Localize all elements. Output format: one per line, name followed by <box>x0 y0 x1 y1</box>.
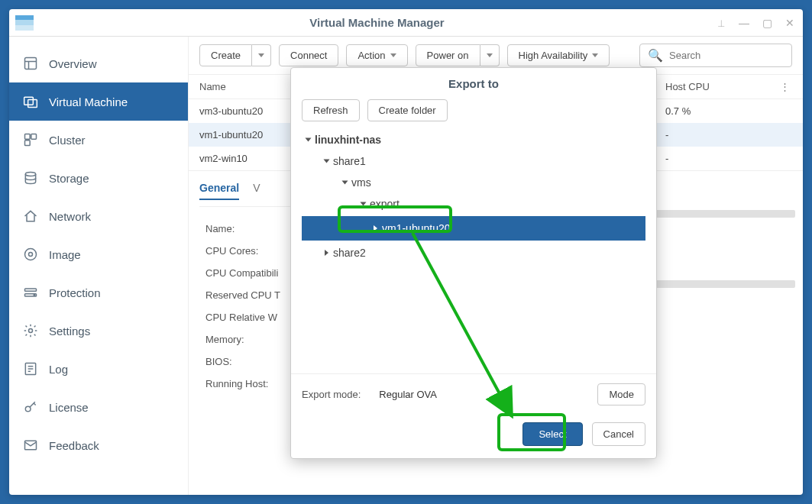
col-header-cpu[interactable]: Host CPU <box>665 81 777 92</box>
sidebar-item-license[interactable]: License <box>9 388 188 426</box>
svg-rect-6 <box>31 134 37 140</box>
sidebar-item-overview[interactable]: Overview <box>9 44 188 82</box>
svg-rect-4 <box>28 100 37 108</box>
vm-icon <box>23 94 38 109</box>
sidebar-item-protection[interactable]: Protection <box>9 273 188 312</box>
sidebar-item-network[interactable]: Network <box>9 197 188 235</box>
sidebar-item-image[interactable]: Image <box>9 235 188 273</box>
col-header-menu[interactable]: ⋮ <box>777 81 792 92</box>
cancel-button[interactable]: Cancel <box>592 422 645 446</box>
create-dropdown[interactable] <box>252 44 271 66</box>
minimize-icon[interactable]: — <box>737 17 751 29</box>
modal-title: Export to <box>291 68 656 99</box>
chevron-down-icon <box>306 138 312 142</box>
tree-label: vm1-ubuntu20 <box>382 222 451 234</box>
tree-label: share2 <box>333 247 366 259</box>
sidebar-item-virtual-machine[interactable]: Virtual Machine <box>9 82 188 121</box>
sidebar-item-label: License <box>49 401 89 414</box>
svg-point-14 <box>29 329 33 333</box>
gear-icon <box>23 323 38 338</box>
cell-cpu: 0.7 % <box>665 105 777 117</box>
mail-icon <box>23 438 38 453</box>
close-icon[interactable]: ✕ <box>783 17 797 29</box>
tab-general[interactable]: General <box>199 182 239 200</box>
storage-icon <box>23 170 38 186</box>
search-box[interactable]: 🔍 <box>639 44 792 67</box>
sidebar-item-label: Virtual Machine <box>49 95 128 108</box>
chevron-right-icon <box>374 225 377 231</box>
tree-label: share1 <box>333 155 366 167</box>
create-button[interactable]: Create <box>199 44 252 66</box>
select-button[interactable]: Select <box>522 422 582 446</box>
log-icon <box>23 361 38 376</box>
svg-point-19 <box>25 406 31 412</box>
power-on-dropdown[interactable] <box>480 44 500 66</box>
button-label: Action <box>357 50 385 61</box>
search-icon: 🔍 <box>648 48 663 63</box>
caret-down-icon <box>592 53 598 57</box>
connect-button[interactable]: Connect <box>279 44 338 66</box>
create-button-group: Create <box>199 44 271 66</box>
titlebar: Virtual Machine Manager ⟂ — ▢ ✕ <box>9 9 803 37</box>
chevron-right-icon <box>325 250 328 256</box>
power-on-button-group: Power on <box>416 44 500 66</box>
svg-point-10 <box>29 253 33 257</box>
svg-rect-11 <box>25 289 37 291</box>
sidebar-item-label: Log <box>49 363 68 376</box>
sidebar-item-label: Image <box>49 248 81 261</box>
sidebar-item-label: Feedback <box>49 439 99 452</box>
tree-node-vms[interactable]: vms <box>302 172 645 193</box>
folder-tree: linuxhint-nas share1 vms export vm1-ubun… <box>291 129 656 373</box>
window-title: Virtual Machine Manager <box>40 16 714 29</box>
protection-icon <box>23 285 38 300</box>
power-on-button[interactable]: Power on <box>416 44 480 66</box>
sidebar-item-log[interactable]: Log <box>9 350 188 388</box>
sidebar-item-label: Storage <box>49 172 89 185</box>
tree-label: linuxhint-nas <box>315 134 381 146</box>
sidebar-item-label: Network <box>49 210 91 223</box>
sidebar-item-settings[interactable]: Settings <box>9 312 188 350</box>
image-icon <box>23 247 38 262</box>
create-folder-button[interactable]: Create folder <box>367 99 448 121</box>
network-icon <box>23 208 38 224</box>
tab-other[interactable]: V <box>253 182 260 200</box>
svg-rect-7 <box>25 141 31 146</box>
high-availability-button[interactable]: High Availability <box>507 44 610 66</box>
sidebar-item-label: Cluster <box>49 134 86 147</box>
tree-label: vms <box>351 176 371 189</box>
refresh-button[interactable]: Refresh <box>302 99 360 121</box>
svg-point-9 <box>25 249 37 260</box>
pin-icon[interactable]: ⟂ <box>714 17 728 29</box>
tree-node-share1[interactable]: share1 <box>302 150 645 172</box>
sidebar-item-feedback[interactable]: Feedback <box>9 426 188 464</box>
sidebar-item-storage[interactable]: Storage <box>9 159 188 197</box>
action-button[interactable]: Action <box>346 44 407 66</box>
sidebar-item-label: Overview <box>49 57 97 70</box>
tree-node-root[interactable]: linuxhint-nas <box>302 129 645 150</box>
export-mode-value: Regular OVA <box>379 389 437 400</box>
svg-rect-3 <box>24 97 34 105</box>
search-input[interactable] <box>669 50 797 61</box>
button-label: High Availability <box>519 50 588 61</box>
sidebar: Overview Virtual Machine Cluster Storage… <box>9 37 189 495</box>
export-mode-label: Export mode: <box>302 389 361 400</box>
key-icon <box>23 399 38 415</box>
chevron-down-icon <box>361 202 367 206</box>
tree-node-share2[interactable]: share2 <box>302 242 645 263</box>
svg-rect-0 <box>25 58 37 69</box>
sidebar-item-label: Settings <box>49 325 90 338</box>
svg-rect-5 <box>25 134 31 140</box>
cell-cpu: - <box>665 153 777 164</box>
svg-point-8 <box>25 173 35 176</box>
tree-node-export[interactable]: export <box>302 193 645 215</box>
sidebar-item-cluster[interactable]: Cluster <box>9 121 188 159</box>
tree-node-selected[interactable]: vm1-ubuntu20 <box>302 216 645 241</box>
cell-cpu: - <box>665 129 777 141</box>
chevron-down-icon <box>324 160 330 163</box>
svg-point-13 <box>34 295 35 296</box>
maximize-icon[interactable]: ▢ <box>760 17 774 29</box>
tree-label: export <box>370 198 400 210</box>
chevron-down-icon <box>342 181 348 185</box>
mode-button[interactable]: Mode <box>597 383 645 405</box>
caret-down-icon <box>390 53 396 57</box>
